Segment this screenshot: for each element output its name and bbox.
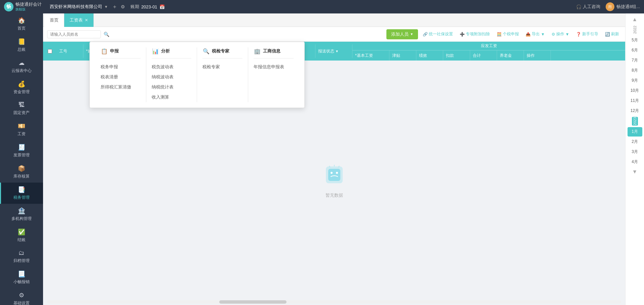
tax-icon2: 🧮: [497, 32, 502, 37]
payroll-icon: 💴: [18, 122, 25, 130]
popup-item-tax-table[interactable]: 税表清册: [101, 72, 141, 82]
calendar-month-11[interactable]: 11月: [628, 96, 642, 105]
social-insurance-button[interactable]: 🔗 统一社保设置: [421, 30, 455, 38]
sidebar-item-multi-org[interactable]: 🏦 多机构管理: [0, 204, 43, 225]
sidebar-item-expense[interactable]: 📃 小畅报销: [0, 267, 43, 288]
calendar-month-3[interactable]: 3月: [628, 147, 642, 157]
calendar-down-button[interactable]: ▼: [630, 167, 640, 177]
user-name: 畅捷通8组...: [616, 4, 640, 10]
export-icon: 📤: [526, 32, 531, 37]
empty-text: 暂无数据: [326, 192, 343, 198]
sub-th-allowance: 津贴: [389, 50, 416, 61]
cloud-icon: ☁: [18, 59, 25, 67]
sidebar-label-payroll: 工资: [17, 131, 26, 137]
sub-allowance-label: 津贴: [392, 53, 400, 59]
sidebar-label-close: 结账: [17, 237, 26, 243]
sub-base-label: *基本工资: [355, 53, 373, 59]
th-report-status[interactable]: 报送状态 ▼: [315, 44, 352, 58]
add-person-button[interactable]: 添加人员 ▼: [386, 29, 418, 39]
popup-item-income-calc[interactable]: 收入测算: [152, 92, 192, 102]
settings-icon[interactable]: ⚙: [121, 4, 125, 9]
select-all-checkbox[interactable]: [43, 49, 56, 53]
user-menu[interactable]: 用 畅捷通8组...: [606, 2, 640, 11]
calendar-month-8[interactable]: 8月: [628, 66, 642, 75]
group-header-label: 应发工资: [352, 42, 625, 50]
calendar-month-12[interactable]: 12月: [628, 106, 642, 115]
popup-item-tax-burden[interactable]: 税负波动表: [152, 62, 192, 72]
popup-title-shuijian: 🔍 税检专家: [202, 47, 242, 59]
tax-declare-button[interactable]: 🧮 个税申报: [495, 30, 521, 38]
sidebar-item-archive[interactable]: 🗂 归档管理: [0, 246, 43, 267]
calendar-month-7[interactable]: 7月: [628, 55, 642, 65]
calendar-month-1[interactable]: 1月: [628, 127, 642, 137]
tab-payroll-label: 工资表: [70, 17, 83, 23]
calendar-month-2[interactable]: 2月: [628, 137, 642, 147]
sidebar-item-invoice[interactable]: 🧾 发票管理: [0, 140, 43, 161]
sidebar-item-home[interactable]: 🏠 首页: [0, 13, 43, 35]
sidebar-label-finance: 资金管理: [13, 89, 30, 95]
service-button[interactable]: 🎧 人工咨询: [576, 4, 600, 10]
popup-title-gongshang: 🏢 工商信息: [254, 47, 294, 59]
popup-item-tax-expert[interactable]: 税检专家: [202, 62, 242, 72]
calendar-month-9[interactable]: 9月: [628, 76, 642, 85]
sidebar-label-assets: 固定资产: [13, 110, 30, 116]
sidebar-item-ledger[interactable]: 📒 总账: [0, 35, 43, 56]
horizontal-scrollbar[interactable]: [47, 300, 621, 304]
gongshang-icon: 🏢: [254, 47, 261, 55]
add-icon[interactable]: ＋: [112, 3, 117, 10]
multi-org-icon: 🏦: [18, 207, 25, 215]
svg-point-2: [331, 172, 333, 174]
sidebar-label-archive: 归档管理: [13, 258, 30, 264]
company-selector[interactable]: 西安虾米网络科技有限公司 ▼: [50, 4, 108, 10]
guide-button[interactable]: ❓ 新手引导: [574, 30, 600, 38]
item-income-calc-label: 收入测算: [152, 94, 169, 100]
calendar-panel: ▲ 2022 5月 6月 7月 8月 9月 10月 11月 12月 2023 1…: [625, 13, 644, 305]
th-id-label: 工号: [59, 48, 67, 54]
gongshang-title: 工商信息: [263, 48, 280, 54]
calendar-month-10[interactable]: 10月: [628, 86, 642, 95]
inventory-icon: 📦: [18, 165, 25, 172]
top-bar: 畅 畅捷通好会计 旗舰版 西安虾米网络科技有限公司 ▼ ＋ ⚙ 账期 2023-…: [0, 0, 644, 13]
scrollbar-thumb[interactable]: [219, 300, 287, 304]
special-deduction-button[interactable]: ➕ 专项附加扣除: [458, 30, 492, 38]
checkbox-all[interactable]: [48, 49, 52, 53]
top-actions: ＋ ⚙: [112, 3, 125, 10]
export-label: 导出: [532, 31, 540, 37]
search-input[interactable]: [47, 30, 101, 38]
sub-ops-label: 操作: [527, 53, 535, 59]
calendar-month-6[interactable]: 6月: [628, 45, 642, 55]
guide-label: 新手引导: [582, 31, 598, 37]
ops-button[interactable]: ⚙ 操作 ▼: [550, 30, 571, 38]
popup-item-tax-stats[interactable]: 纳税统计表: [152, 82, 192, 92]
sidebar-item-tax[interactable]: 📑 税务管理: [0, 183, 43, 204]
tab-bar: 首页 工资表 ✕: [43, 13, 625, 27]
tab-close-icon[interactable]: ✕: [85, 18, 88, 23]
calendar-month-4[interactable]: 4月: [628, 157, 642, 167]
sidebar-item-payroll[interactable]: 💴 工资: [0, 119, 43, 140]
sidebar-label-ledger: 总账: [17, 47, 26, 52]
sidebar-item-assets[interactable]: 🏗 固定资产: [0, 98, 43, 119]
tab-payroll[interactable]: 工资表 ✕: [64, 13, 94, 27]
sub-th-total: 合计: [470, 50, 497, 61]
item-tax-table-label: 税表清册: [101, 74, 118, 79]
search-icon[interactable]: 🔍: [104, 32, 109, 37]
popup-item-annual-report[interactable]: 年报信息申报表: [254, 62, 294, 72]
refresh-button[interactable]: 🔄 刷新: [603, 30, 621, 38]
sidebar-item-inventory[interactable]: 📦 库存核算: [0, 161, 43, 183]
period-selector[interactable]: 账期 2023-01 📅: [130, 4, 165, 10]
ledger-icon: 📒: [18, 38, 25, 45]
sub-th-perf: 绩效: [416, 50, 443, 61]
sidebar-item-close[interactable]: ✅ 结账: [0, 225, 43, 246]
popup-item-income-tax[interactable]: 所得税汇算清缴: [101, 82, 141, 92]
calendar-month-5[interactable]: 5月: [628, 35, 642, 45]
sidebar-item-cloud[interactable]: ☁ 云报表中心: [0, 56, 43, 77]
calendar-up-button[interactable]: ▲: [630, 15, 640, 24]
tab-home[interactable]: 首页: [44, 13, 64, 27]
tab-home-label: 首页: [50, 17, 59, 23]
popup-item-tax-declare[interactable]: 税务申报: [101, 62, 141, 72]
sidebar-item-settings[interactable]: ⚙ 基础设置: [0, 288, 43, 305]
sidebar-item-finance[interactable]: 💰 资金管理: [0, 77, 43, 98]
popup-item-tax-change[interactable]: 纳税波动表: [152, 72, 192, 82]
export-button[interactable]: 📤 导出 ▼: [524, 30, 547, 38]
main-layout: 🏠 首页 📒 总账 ☁ 云报表中心 💰 资金管理 🏗 固定资产 💴 工资 🧾 发…: [0, 13, 644, 305]
